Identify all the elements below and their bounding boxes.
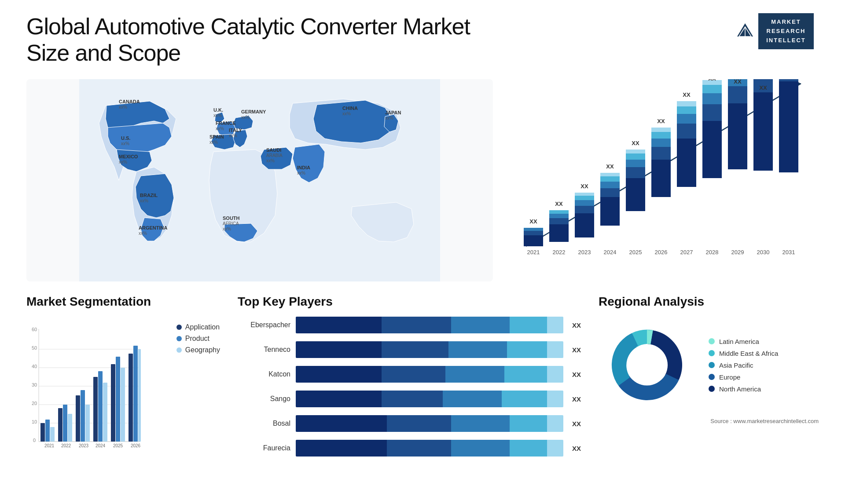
svg-text:AFRICA: AFRICA: [223, 221, 239, 226]
regional-section: Regional Analysis: [599, 295, 819, 488]
geography-label: Geography: [185, 346, 220, 354]
svg-rect-31: [549, 210, 569, 214]
geography-dot: [176, 347, 182, 353]
svg-text:2025: 2025: [629, 249, 642, 256]
player-sango: Sango XX: [238, 391, 581, 407]
player-bar-bosal: [296, 415, 563, 432]
svg-rect-111: [63, 405, 67, 442]
svg-rect-77: [728, 86, 747, 103]
svg-rect-83: [779, 81, 798, 172]
content-top: CANADA xx% U.S. xx% MEXICO xx% BRAZIL xx…: [26, 79, 819, 281]
latin-america-dot: [709, 338, 715, 344]
svg-rect-41: [600, 197, 620, 226]
svg-text:xx%: xx%: [119, 105, 127, 110]
product-dot: [176, 336, 182, 341]
svg-rect-69: [702, 121, 722, 178]
svg-text:xx%: xx%: [119, 160, 127, 164]
svg-rect-48: [626, 178, 645, 211]
svg-text:2021: 2021: [44, 443, 55, 448]
legend-geography: Geography: [176, 346, 220, 354]
source-text: Source : www.marketresearchintellect.com: [599, 418, 819, 424]
us-label: U.S.: [121, 135, 130, 141]
saudi-label: SAUDI: [266, 147, 281, 153]
svg-point-130: [627, 345, 667, 385]
svg-rect-37: [575, 196, 594, 200]
svg-text:xx%: xx%: [229, 133, 237, 138]
svg-rect-35: [575, 206, 594, 213]
germany-label: GERMANY: [241, 109, 266, 114]
world-map-svg: CANADA xx% U.S. xx% MEXICO xx% BRAZIL xx…: [26, 79, 493, 281]
svg-text:2022: 2022: [61, 443, 71, 448]
svg-rect-65: [677, 106, 696, 114]
svg-text:XX: XX: [734, 79, 742, 85]
svg-text:xx%: xx%: [297, 171, 305, 175]
svg-rect-49: [626, 167, 645, 178]
player-name-katcon: Katcon: [238, 370, 290, 378]
svg-rect-124: [121, 368, 125, 442]
player-value-eberspacher: XX: [572, 321, 581, 329]
svg-rect-114: [76, 395, 80, 442]
svg-rect-38: [575, 193, 594, 196]
svg-text:ARABIA: ARABIA: [266, 153, 283, 158]
svg-text:xx%: xx%: [140, 198, 148, 203]
svg-rect-119: [98, 371, 103, 442]
svg-rect-71: [702, 93, 722, 104]
south-africa-label: SOUTH: [223, 215, 240, 221]
svg-rect-51: [626, 153, 645, 160]
regional-legend: Latin America Middle East & Africa Asia …: [709, 338, 778, 393]
svg-rect-72: [702, 85, 722, 93]
segmentation-section: Market Segmentation 0 10 20 30 40 50 60: [26, 295, 220, 488]
player-eberspacher: Eberspacher XX: [238, 317, 581, 333]
regional-content: Latin America Middle East & Africa Asia …: [599, 317, 819, 413]
svg-text:2026: 2026: [655, 249, 668, 256]
legend-europe: Europe: [709, 373, 778, 381]
svg-rect-55: [651, 160, 671, 197]
svg-rect-116: [85, 405, 90, 442]
svg-rect-44: [600, 176, 620, 182]
svg-rect-62: [677, 139, 696, 187]
players-title: Top Key Players: [238, 295, 581, 309]
player-name-eberspacher: Eberspacher: [238, 321, 290, 329]
svg-text:xx%: xx%: [342, 111, 351, 116]
svg-text:xx%: xx%: [209, 140, 218, 145]
svg-text:xx%: xx%: [121, 141, 129, 146]
svg-rect-29: [549, 218, 569, 224]
donut-chart: [599, 317, 695, 413]
legend-product: Product: [176, 335, 220, 343]
content-bottom: Market Segmentation 0 10 20 30 40 50 60: [26, 295, 819, 488]
svg-text:10: 10: [32, 419, 37, 424]
svg-rect-127: [133, 346, 138, 442]
bar-chart-svg: XX 2021 XX 2022 XX 2023: [511, 79, 819, 273]
svg-rect-110: [58, 408, 62, 442]
asia-pacific-label: Asia Pacific: [719, 362, 753, 369]
svg-rect-76: [728, 103, 747, 169]
svg-text:2027: 2027: [680, 249, 693, 256]
player-katcon: Katcon XX: [238, 366, 581, 383]
mexico-label: MEXICO: [119, 154, 138, 159]
player-value-katcon: XX: [572, 371, 581, 378]
legend-application: Application: [176, 323, 220, 331]
player-bar-katcon: [296, 366, 563, 383]
svg-rect-115: [81, 390, 85, 442]
svg-text:2024: 2024: [604, 249, 617, 256]
svg-rect-112: [68, 414, 72, 442]
map-section: CANADA xx% U.S. xx% MEXICO xx% BRAZIL xx…: [26, 79, 493, 281]
player-name-bosal: Bosal: [238, 420, 290, 427]
regional-title: Regional Analysis: [599, 295, 819, 309]
svg-rect-56: [651, 147, 671, 160]
svg-text:xx%: xx%: [216, 126, 224, 131]
svg-rect-66: [677, 101, 696, 106]
svg-rect-128: [138, 349, 141, 442]
svg-rect-25: [524, 228, 543, 231]
svg-rect-30: [549, 214, 569, 218]
canada-label: CANADA: [119, 99, 140, 104]
svg-rect-118: [93, 377, 98, 442]
donut-svg: [599, 317, 695, 413]
svg-rect-63: [677, 124, 696, 139]
svg-rect-123: [116, 357, 120, 442]
spain-label: SPAIN: [209, 134, 224, 139]
svg-text:60: 60: [32, 327, 37, 332]
brazil-label: BRAZIL: [140, 193, 158, 198]
logo-text: MARKET RESEARCH INTELLECT: [758, 13, 814, 49]
player-bosal: Bosal XX: [238, 415, 581, 432]
